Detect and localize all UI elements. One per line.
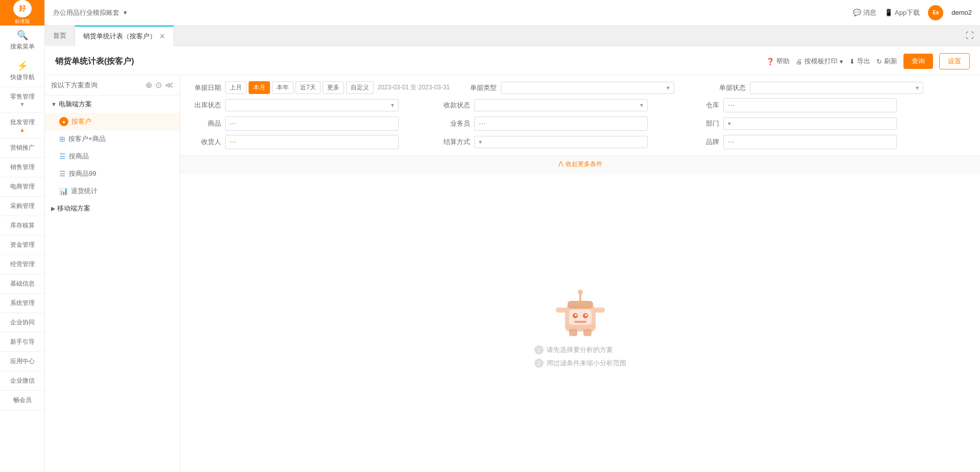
query-btn[interactable]: 查询 (903, 54, 933, 69)
sidebar-item-operations[interactable]: 经营管理 (0, 255, 44, 274)
refresh-icon: ↻ (876, 58, 882, 65)
collapse-scheme-icon[interactable]: ≪ (165, 80, 174, 90)
export-icon: ⬇ (849, 58, 855, 65)
header-left: 办公用品行业模拟账套 ▾ (53, 8, 127, 17)
consignee-label: 收货人 (190, 137, 221, 147)
empty-state: 1 请先选择要分析的方案 2 用过滤条件来缩小分析范围 (180, 173, 980, 472)
payment-chevron-icon: ▾ (640, 102, 643, 109)
brand-label: 品牌 (689, 137, 719, 147)
brand-select[interactable]: ··· (723, 135, 897, 149)
schemes-panel: 按以下方案查询 ⊕ ⊙ ≪ ▼ 电脑端方案 ● 按客户 (45, 75, 180, 472)
tab-expand-btn[interactable]: ⛶ (960, 26, 980, 46)
sidebar-item-retail[interactable]: 零售管理 ▼ (0, 87, 44, 113)
date-btn-custom[interactable]: 自定义 (346, 81, 374, 94)
user-name: demo2 (951, 9, 972, 16)
quick-nav-icon: ⚡ (17, 60, 28, 72)
scheme-item-by-customer-product[interactable]: ⊞ 按客户+商品 (45, 130, 180, 148)
sidebar-item-ecommerce[interactable]: 电商管理 (0, 177, 44, 197)
user-avatar[interactable]: Ea (928, 5, 943, 20)
collapse-bar[interactable]: ⋀ 收起更多条件 (180, 156, 980, 173)
svg-rect-13 (569, 329, 577, 336)
payment-status-select[interactable]: ▾ (474, 99, 648, 111)
doc-status-select[interactable]: ▾ (750, 82, 923, 94)
date-btn-last-month[interactable]: 上月 (225, 81, 247, 94)
page-title: 销货单统计表(按客户) (55, 56, 134, 67)
right-panel: 单据日期 上月 本月 本年 近7天 更多 自定义 2023-03-01 至 20… (180, 75, 980, 472)
date-btn-more[interactable]: 更多 (323, 81, 344, 94)
sidebar-item-sales[interactable]: 销售管理 (0, 158, 44, 177)
page-header: 销货单统计表(按客户) ❓ 帮助 🖨 按模板打印 ▾ ⬇ 导出 ↻ 刷新 (45, 46, 980, 75)
scheme-group-mobile-header[interactable]: ▶ 移动端方案 (45, 200, 180, 217)
sidebar-item-enterprise[interactable]: 企业协同 (0, 313, 44, 333)
scheme-item-return-stats[interactable]: 📊 退货统计 (45, 182, 180, 200)
hint1-number: 1 (534, 345, 544, 355)
settlement-select[interactable]: ▾ (474, 136, 648, 148)
tab-close-icon[interactable]: ✕ (159, 33, 165, 40)
product-select[interactable]: ··· (225, 116, 399, 131)
sidebar-item-wechat[interactable]: 企业微信 (0, 371, 44, 391)
warehouse-select[interactable]: ··· (723, 98, 897, 112)
svg-rect-14 (583, 329, 592, 336)
sidebar-item-basic[interactable]: 基础信息 (0, 274, 44, 294)
department-chevron-icon: ▾ (728, 120, 731, 127)
date-btn-this-year[interactable]: 本年 (272, 81, 293, 94)
main-area: 办公用品行业模拟账套 ▾ 💬 消息 📱 App下载 Ea demo2 首页 销货… (45, 0, 980, 472)
brand-dots[interactable]: ··· (728, 137, 734, 147)
scheme-item-by-customer[interactable]: ● 按客户 (45, 113, 180, 130)
app-download-btn[interactable]: 📱 App下载 (885, 8, 920, 17)
settings-btn[interactable]: 设置 (939, 53, 970, 69)
filter-area: 单据日期 上月 本月 本年 近7天 更多 自定义 2023-03-01 至 20… (180, 75, 980, 156)
collapse-up-icon: ⋀ (558, 160, 564, 169)
product-dots[interactable]: ··· (230, 119, 236, 128)
department-select[interactable]: ▾ (723, 117, 897, 130)
sidebar: 好 标准版 🔍 搜索菜单 ⚡ 快捷导航 零售管理 ▼ 批发管理 ▲ 营销推广 销… (0, 0, 45, 472)
refresh-btn[interactable]: ↻ 刷新 (876, 57, 897, 66)
scheme-item-by-product[interactable]: ☰ 按商品 (45, 148, 180, 165)
message-btn[interactable]: 💬 消息 (853, 8, 876, 17)
salesperson-dots[interactable]: ··· (479, 119, 485, 128)
export-btn[interactable]: ⬇ 导出 (849, 57, 870, 66)
add-scheme-icon[interactable]: ⊕ (145, 80, 152, 90)
help-icon: ❓ (766, 58, 774, 65)
consignee-select[interactable]: ··· (225, 135, 399, 149)
doc-type-select[interactable]: ▾ (501, 82, 674, 94)
template-print-btn[interactable]: 🖨 按模板打印 ▾ (796, 57, 843, 66)
by-product-99-icon: ☰ (59, 170, 66, 178)
warehouse-dots[interactable]: ··· (728, 101, 734, 110)
svg-rect-8 (574, 321, 586, 323)
sidebar-item-search[interactable]: 🔍 搜索菜单 (0, 26, 44, 55)
date-range: 2023-03-01 至 2023-03-31 (378, 83, 450, 92)
tab-sales-stats[interactable]: 销货单统计表（按客户） ✕ (75, 26, 174, 46)
sidebar-item-marketing[interactable]: 营销推广 (0, 138, 44, 158)
search-icon: 🔍 (17, 30, 28, 41)
shipment-status-select[interactable]: ▾ (225, 99, 399, 111)
by-customer-icon: ● (59, 117, 68, 126)
sidebar-item-system[interactable]: 系统管理 (0, 294, 44, 313)
sidebar-item-member[interactable]: 畅会员 (0, 391, 44, 410)
breadcrumb: 办公用品行业模拟账套 (53, 8, 119, 17)
page-actions: ❓ 帮助 🖨 按模板打印 ▾ ⬇ 导出 ↻ 刷新 查询 设置 (766, 53, 970, 69)
settings-scheme-icon[interactable]: ⊙ (155, 80, 162, 90)
date-btn-this-month[interactable]: 本月 (249, 81, 270, 94)
salesperson-select[interactable]: ··· (474, 116, 648, 131)
svg-rect-12 (595, 308, 605, 313)
warehouse-label: 仓库 (689, 101, 719, 110)
sidebar-item-apps[interactable]: 应用中心 (0, 352, 44, 371)
date-btn-7days[interactable]: 近7天 (296, 81, 321, 94)
scheme-item-by-product-99[interactable]: ☰ 按商品99 (45, 165, 180, 182)
mobile-group-expand-icon: ▶ (51, 205, 55, 212)
breadcrumb-dropdown-icon[interactable]: ▾ (124, 9, 127, 16)
consignee-dots[interactable]: ··· (230, 137, 236, 147)
sidebar-item-finance[interactable]: 资金管理 (0, 235, 44, 255)
retail-expand-icon: ▼ (19, 101, 25, 107)
sidebar-item-quick-nav[interactable]: ⚡ 快捷导航 (0, 55, 44, 87)
tab-home[interactable]: 首页 (45, 26, 75, 46)
app-logo: 好 标准版 (0, 0, 44, 26)
sidebar-item-purchase[interactable]: 采购管理 (0, 197, 44, 216)
empty-hint-2: 2 用过滤条件来缩小分析范围 (534, 359, 626, 368)
help-btn[interactable]: ❓ 帮助 (766, 57, 790, 66)
sidebar-item-newbie[interactable]: 新手引导 (0, 333, 44, 352)
scheme-group-pc-header[interactable]: ▼ 电脑端方案 (45, 96, 180, 113)
sidebar-item-wholesale[interactable]: 批发管理 ▲ (0, 113, 44, 138)
sidebar-item-inventory[interactable]: 库存核算 (0, 216, 44, 235)
